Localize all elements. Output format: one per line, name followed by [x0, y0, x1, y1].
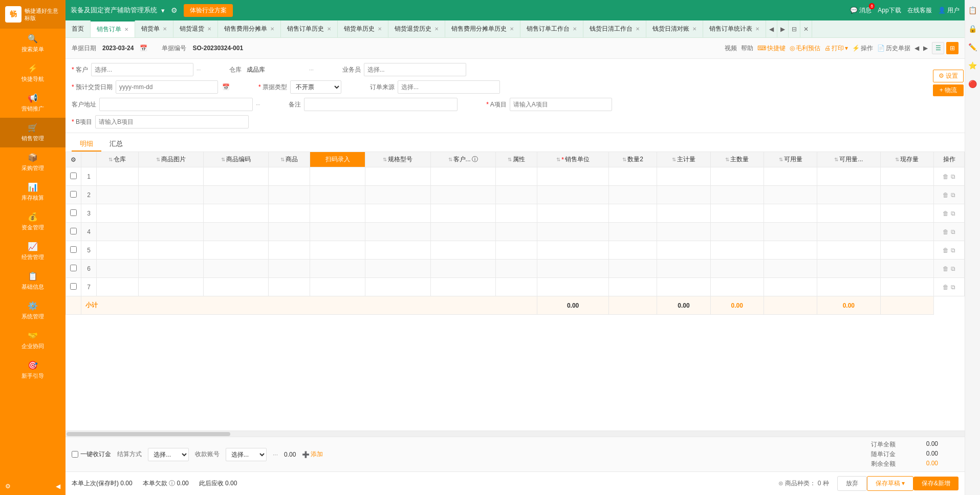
print-btn[interactable]: 🖨 打印 ▾	[824, 44, 848, 53]
col-product-code[interactable]: ⇅商品编码	[203, 152, 268, 167]
right-panel-icon-4[interactable]: ⭐	[967, 59, 979, 72]
right-panel-icon-3[interactable]: ✏️	[967, 41, 979, 53]
address-more-btn[interactable]: ···	[256, 102, 260, 107]
tab-sales-order[interactable]: 销售订单 ✕	[91, 20, 135, 38]
receipt-more-btn[interactable]: ···	[273, 451, 278, 458]
receipt-account-select[interactable]: 选择...	[226, 448, 267, 461]
row-copy-icon[interactable]: ⧉	[951, 191, 955, 199]
sidebar-item-basic[interactable]: 📋 基础信息	[0, 266, 66, 296]
right-panel-icon-5[interactable]: 🔴	[967, 78, 979, 90]
tab-cashflow-reconcile[interactable]: 钱货日清对账 ✕	[646, 20, 703, 38]
tab-summary[interactable]: 汇总	[101, 137, 131, 152]
profit-btn[interactable]: ◎ 毛利预估	[790, 44, 820, 53]
row-copy-icon[interactable]: ⧉	[951, 247, 955, 254]
tabs-more-btn[interactable]: ⊟	[789, 20, 800, 38]
date-picker-icon[interactable]: 📅	[222, 83, 230, 91]
sidebar-item-operation[interactable]: 📈 经营管理	[0, 236, 66, 266]
right-panel-icon-2[interactable]: 🔒	[967, 23, 979, 35]
one-click-payment-checkbox[interactable]: 一键收订金	[72, 450, 111, 459]
payment-method-select[interactable]: 选择...	[148, 448, 189, 461]
col-current-stock[interactable]: ⇅现存量	[880, 152, 933, 167]
a-project-input[interactable]	[510, 98, 612, 111]
nav-prev-btn[interactable]: ◀	[914, 45, 919, 52]
row-copy-icon[interactable]: ⧉	[951, 173, 955, 180]
tab-close-icon[interactable]: ✕	[124, 27, 128, 32]
row-copy-icon[interactable]: ⧉	[951, 284, 955, 291]
sidebar-item-search[interactable]: 🔍 搜索菜单	[0, 29, 66, 58]
view-btn[interactable]: 视频	[725, 44, 737, 53]
sidebar-item-system[interactable]: ⚙️ 系统管理	[0, 296, 66, 326]
delivery-date-input[interactable]	[116, 80, 218, 94]
tab-sales-return[interactable]: 销货退货 ✕	[173, 20, 218, 38]
settings-icon[interactable]: ⚙	[5, 483, 11, 490]
user-avatar[interactable]: 👤 用户	[938, 6, 960, 15]
remark-input[interactable]	[304, 98, 458, 111]
row-checkbox[interactable]	[66, 204, 81, 223]
invoice-type-select[interactable]: 不开票	[290, 80, 341, 94]
tab-order-workbench[interactable]: 销售订单工作台 ✕	[520, 20, 583, 38]
tab-return-history[interactable]: 销货退货历史 ✕	[388, 20, 445, 38]
calendar-icon[interactable]: 📅	[140, 45, 147, 52]
right-panel-icon-1[interactable]: 📋	[967, 4, 979, 16]
discard-btn[interactable]: 放弃	[837, 476, 867, 491]
col-settings[interactable]: ⚙	[66, 152, 81, 167]
tab-fee-history[interactable]: 销售费用分摊单历史 ✕	[445, 20, 520, 38]
warehouse-more-btn[interactable]: ···	[309, 67, 313, 73]
tab-fee-split[interactable]: 销售费用分摊单 ✕	[218, 20, 281, 38]
tab-close-icon[interactable]: ✕	[510, 26, 514, 32]
tab-close-icon[interactable]: ✕	[434, 26, 439, 32]
row-delete-icon[interactable]: 🗑	[943, 173, 949, 180]
save-draft-btn[interactable]: 保存草稿 ▾	[867, 476, 913, 491]
topbar-gear-icon[interactable]: ⚙	[169, 4, 180, 16]
col-main-quantity[interactable]: ⇅主数量	[710, 152, 764, 167]
sidebar-item-inventory[interactable]: 📊 库存核算	[0, 177, 66, 207]
tab-home[interactable]: 首页	[66, 20, 91, 38]
tab-sales-history[interactable]: 销售订单历史 ✕	[281, 20, 338, 38]
order-source-input[interactable]	[398, 80, 500, 94]
row-copy-icon[interactable]: ⧉	[951, 210, 955, 217]
row-checkbox[interactable]	[66, 223, 81, 241]
collapse-icon[interactable]: ◀	[56, 483, 60, 490]
shortcut-btn[interactable]: ⌨ 快捷键	[757, 44, 786, 53]
row-checkbox[interactable]	[66, 260, 81, 278]
col-product-image[interactable]: ⇅商品图片	[138, 152, 203, 167]
tab-sales-back[interactable]: 销货单 ✕	[135, 20, 173, 38]
scroll-thumb[interactable]	[67, 432, 230, 436]
row-delete-icon[interactable]: 🗑	[943, 191, 949, 199]
footer-add-btn[interactable]: ➕ 添加	[302, 450, 323, 459]
business-input[interactable]	[364, 63, 466, 76]
online-service-btn[interactable]: 在线客服	[907, 6, 932, 15]
sidebar-item-purchase[interactable]: 📦 采购管理	[0, 147, 66, 177]
col-attributes[interactable]: ⇅属性	[495, 152, 537, 167]
col-main-unit[interactable]: ⇅主计量	[657, 152, 710, 167]
sidebar-item-enterprise[interactable]: 🤝 企业协同	[0, 326, 66, 355]
sidebar-item-marketing[interactable]: 📢 营销推广	[0, 88, 66, 118]
tab-close-icon[interactable]: ✕	[163, 26, 167, 32]
col-scan-input[interactable]: 扫码录入	[310, 152, 365, 167]
row-copy-icon[interactable]: ⧉	[951, 265, 955, 272]
sidebar-item-sales[interactable]: 🛒 销售管理	[0, 118, 66, 147]
nav-next-btn[interactable]: ▶	[923, 45, 928, 52]
tab-close-icon[interactable]: ✕	[270, 26, 274, 32]
col-quantity2[interactable]: ⇅数量2	[608, 152, 657, 167]
col-spec-type[interactable]: ⇅规格型号	[365, 152, 430, 167]
tabs-close-btn[interactable]: ✕	[800, 20, 812, 38]
tabs-next-btn[interactable]: ▶	[777, 20, 789, 38]
row-delete-icon[interactable]: 🗑	[943, 284, 949, 291]
row-checkbox[interactable]	[66, 241, 81, 260]
tab-close-icon[interactable]: ✕	[378, 26, 382, 32]
tab-cashflow-daily[interactable]: 钱货日清工作台 ✕	[583, 20, 646, 38]
tabs-prev-btn[interactable]: ◀	[766, 20, 777, 38]
row-delete-icon[interactable]: 🗑	[943, 210, 949, 217]
tab-detail[interactable]: 明细	[72, 137, 101, 152]
app-download-btn[interactable]: App下载	[878, 6, 901, 15]
add-material-btn[interactable]: + 物流	[933, 84, 964, 96]
row-delete-icon[interactable]: 🗑	[943, 247, 949, 254]
save-new-btn[interactable]: 保存&新增	[913, 477, 959, 490]
customer-more-btn[interactable]: ···	[197, 67, 201, 73]
sidebar-item-quick[interactable]: ⚡ 快捷导航	[0, 58, 66, 88]
system-dropdown-btn[interactable]: ▾	[161, 7, 165, 14]
tab-sales-stat[interactable]: 销售订单统计表 ✕	[703, 20, 766, 38]
tab-close-icon[interactable]: ✕	[692, 26, 696, 32]
row-checkbox[interactable]	[66, 167, 81, 186]
